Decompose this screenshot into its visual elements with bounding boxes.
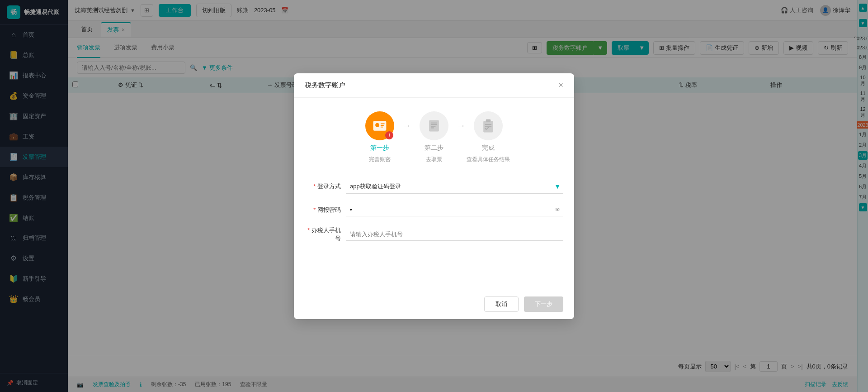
modal-overlay: 税务数字账户 × <box>0 0 868 392</box>
modal-body: ! 第一步 完善账密 → <box>294 98 574 289</box>
step-arrow-2: → <box>457 111 466 131</box>
password-row: * 网报密码 👁 <box>305 204 563 216</box>
step-2-desc: 去取票 <box>426 156 442 163</box>
svg-rect-13 <box>485 126 491 127</box>
modal-header: 税务数字账户 × <box>294 73 574 98</box>
svg-rect-3 <box>381 125 384 126</box>
document-svg <box>426 118 442 134</box>
step-2: 第二步 去取票 <box>411 111 457 163</box>
step-3-icon <box>474 111 503 140</box>
modal-title: 税务数字账户 <box>305 81 345 90</box>
svg-rect-8 <box>431 126 436 127</box>
svg-rect-11 <box>486 119 491 121</box>
svg-rect-2 <box>381 123 385 124</box>
step-1: ! 第一步 完善账密 <box>357 111 402 163</box>
svg-rect-9 <box>431 127 434 128</box>
password-field: 👁 <box>346 204 563 216</box>
modal-footer: 取消 下一步 <box>294 289 574 319</box>
step-2-icon <box>420 111 448 140</box>
svg-point-1 <box>375 123 379 127</box>
step-3-desc: 查看具体任务结果 <box>467 156 510 163</box>
step-1-desc: 完善账密 <box>369 156 391 163</box>
step-arrow-1: → <box>402 111 411 131</box>
svg-rect-4 <box>381 126 383 127</box>
svg-rect-12 <box>485 124 491 125</box>
login-method-value: app获取验证码登录 <box>346 180 554 193</box>
phone-label: * 办税人手机号 <box>305 226 341 243</box>
login-method-label: * 登录方式 <box>305 182 341 191</box>
login-method-dropdown-icon[interactable]: ▼ <box>554 183 563 190</box>
step-1-label: 第一步 <box>370 144 389 152</box>
svg-rect-7 <box>431 124 437 125</box>
phone-row: * 办税人手机号 <box>305 226 563 243</box>
step-1-icon: ! <box>365 111 394 140</box>
step-3: 完成 查看具体任务结果 <box>466 111 511 163</box>
login-method-row: * 登录方式 app获取验证码登录 ▼ <box>305 180 563 194</box>
next-button[interactable]: 下一步 <box>524 296 563 312</box>
step-1-badge: ! <box>385 131 393 139</box>
login-method-select[interactable]: app获取验证码登录 ▼ <box>346 180 563 194</box>
phone-input[interactable] <box>346 228 563 241</box>
clipboard-svg <box>480 118 496 134</box>
modal-close-button[interactable]: × <box>558 81 563 90</box>
cancel-button[interactable]: 取消 <box>484 296 519 312</box>
svg-rect-6 <box>431 122 437 123</box>
password-label: * 网报密码 <box>305 206 341 214</box>
step-2-label: 第二步 <box>425 144 443 152</box>
password-input[interactable] <box>346 204 555 216</box>
steps-container: ! 第一步 完善账密 → <box>305 111 563 163</box>
person-card-svg <box>372 118 388 134</box>
password-eye-icon[interactable]: 👁 <box>555 206 563 213</box>
svg-rect-0 <box>373 121 387 131</box>
step-3-label: 完成 <box>482 144 495 152</box>
tax-digital-modal: 税务数字账户 × <box>294 73 574 319</box>
